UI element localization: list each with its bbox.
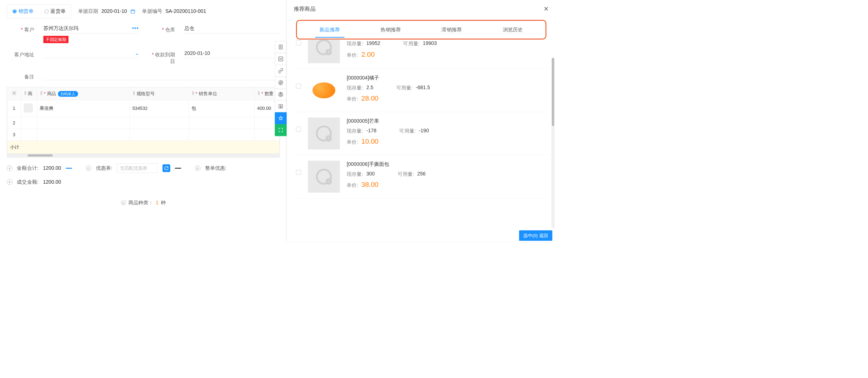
stock-label: 现存量:	[347, 171, 363, 178]
value[interactable]: 2020-01-10	[101, 9, 127, 15]
refresh-button[interactable]	[163, 164, 170, 172]
recommend-item: [0000005]芒果现存量:-178可用量:-190单价:10.00	[294, 112, 549, 155]
side-btn-star[interactable]	[275, 112, 287, 124]
col-spec[interactable]: ▲▼规格型号	[129, 87, 189, 100]
close-icon[interactable]: ✕	[543, 5, 549, 12]
stock-label: 现存量:	[347, 128, 363, 134]
doc-number: 单据编号 SA-20200110-001	[142, 8, 206, 15]
address-field[interactable]: ⌄	[44, 50, 139, 58]
minus-icon	[175, 168, 181, 169]
col-product[interactable]: ▲▼*商品扫码录入	[37, 87, 129, 100]
avail-label: 可用量:	[403, 40, 419, 47]
doc-type-tabs: 销货单 退货单	[7, 5, 71, 18]
row-product[interactable]: 果倍爽	[37, 100, 129, 117]
side-btn-expand[interactable]	[275, 124, 287, 136]
item-checkbox[interactable]	[296, 83, 301, 88]
scan-input-button[interactable]: 扫码录入	[58, 91, 78, 97]
warehouse-field[interactable]: 总仓	[184, 25, 280, 34]
item-image	[308, 75, 340, 107]
recommend-tabs: 新品推荐热销推荐滞销推荐浏览历史	[296, 20, 546, 40]
side-btn-doc[interactable]	[275, 41, 287, 53]
avail-value: 19903	[423, 40, 437, 47]
price-value: 10.00	[361, 138, 378, 145]
avail-value: -190	[419, 128, 429, 134]
row-index: 1	[7, 100, 21, 117]
row-unit[interactable]	[189, 129, 254, 141]
customer-field[interactable]: 苏州万达沃尔玛 •••	[44, 25, 139, 34]
side-btn-currency[interactable]	[275, 101, 287, 112]
due-date-field[interactable]: 2020-01-10	[184, 50, 280, 58]
tab-sales-order[interactable]: 销货单	[7, 5, 39, 18]
select-return-button[interactable]: 选中(0) 返回	[519, 230, 552, 241]
panel-title: 推荐商品	[294, 5, 316, 12]
recommend-item: [0000004]橘子现存量:2.5可用量:-681.5单价:28.00	[294, 69, 549, 112]
recommend-tab[interactable]: 新品推荐	[311, 22, 349, 37]
item-checkbox[interactable]	[296, 170, 301, 175]
due-date-label: *收款到期日	[148, 50, 175, 65]
more-icon[interactable]: •••	[132, 26, 139, 32]
item-name: [0000004]橘子	[347, 75, 546, 81]
price-label: 单价:	[347, 96, 358, 102]
side-btn-chart[interactable]	[275, 53, 287, 65]
price-value: 28.00	[361, 94, 378, 102]
minus-icon	[66, 168, 72, 169]
value: SA-20200110-001	[165, 9, 206, 15]
table-row[interactable]: 3	[7, 129, 280, 141]
vertical-scrollbar[interactable]	[551, 58, 555, 228]
item-image	[308, 40, 340, 63]
row-unit[interactable]: 包	[189, 100, 254, 117]
row-spec[interactable]	[129, 117, 189, 129]
line-items-table: ▲▼商 ▲▼*商品扫码录入 ▲▼规格型号 ▲▼*销售单位 ▲▼*数量 1果倍爽5…	[7, 87, 280, 158]
row-product[interactable]	[37, 129, 129, 141]
price-label: 单价:	[347, 139, 358, 145]
avail-label: 可用量:	[396, 85, 413, 91]
row-image	[21, 100, 37, 117]
price-label: 单价:	[347, 182, 358, 189]
item-checkbox[interactable]	[296, 40, 301, 45]
col-image[interactable]: ▲▼商	[21, 87, 37, 100]
svg-point-1	[14, 92, 15, 94]
avail-value: -681.5	[416, 85, 430, 91]
stock-value: 300	[366, 171, 375, 178]
item-name: [0000006]手撕面包	[347, 161, 546, 168]
coupon-icon: ⊙	[86, 165, 91, 171]
horizontal-scrollbar[interactable]	[7, 154, 280, 157]
discount-icon: ⊘	[195, 165, 200, 171]
address-label: 客户地址	[7, 50, 34, 58]
calendar-icon[interactable]	[130, 9, 135, 14]
item-name: [0000005]芒果	[347, 118, 546, 124]
row-spec[interactable]: 534532	[129, 100, 189, 117]
stock-value: -178	[366, 128, 376, 134]
side-btn-exchange[interactable]	[275, 77, 287, 88]
tag-icon: ⊙	[121, 200, 126, 205]
row-unit[interactable]	[189, 117, 254, 129]
gear-icon	[11, 91, 16, 96]
radio-icon	[12, 9, 17, 14]
recommend-tab[interactable]: 滞销推荐	[433, 22, 471, 37]
coupon-label: 优惠券:	[96, 165, 112, 172]
price-value: 38.00	[361, 181, 378, 189]
row-spec[interactable]	[129, 129, 189, 141]
table-row[interactable]: 2	[7, 117, 280, 129]
customer-label: *客户	[7, 25, 34, 33]
coupon-input[interactable]: 无匹配优惠券	[117, 163, 158, 173]
svg-point-6	[280, 93, 281, 94]
recommend-tab[interactable]: 热销推荐	[372, 22, 410, 37]
item-checkbox[interactable]	[296, 127, 301, 132]
remark-field[interactable]	[44, 72, 280, 80]
tab-return-order[interactable]: 退货单	[39, 5, 71, 18]
price-value: 2.00	[361, 50, 374, 58]
chevron-down-icon[interactable]: ⌄	[135, 50, 139, 56]
row-product[interactable]	[37, 117, 129, 129]
item-image	[308, 118, 340, 150]
table-row[interactable]: 1果倍爽534532包400.00	[7, 100, 280, 117]
account-period-badge: 不固定账期	[44, 36, 68, 43]
svg-rect-0	[131, 10, 135, 13]
col-settings[interactable]	[7, 87, 21, 100]
col-unit[interactable]: ▲▼*销售单位	[189, 87, 254, 100]
label: 单据编号	[142, 8, 162, 15]
final-amount-value: 1200.00	[43, 179, 61, 185]
side-btn-link[interactable]	[275, 65, 287, 77]
side-btn-person[interactable]	[275, 88, 287, 100]
recommend-tab[interactable]: 浏览历史	[494, 22, 532, 37]
